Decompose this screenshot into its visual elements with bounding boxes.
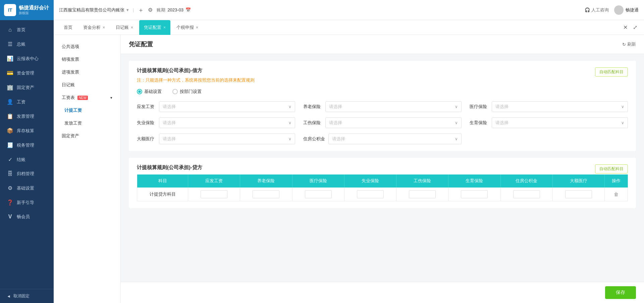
td-big-medical-input[interactable]	[552, 188, 604, 201]
sidebar-item-salary[interactable]: 👤 工资	[0, 95, 54, 109]
debit-section-notice: 注：只能选择一种方式，系统将按照您当前的选择来配置规则	[137, 77, 628, 83]
refresh-button[interactable]: ↻ 刷新	[622, 41, 636, 47]
maximize-tab-icon[interactable]: ⤢	[632, 23, 639, 32]
tab-journal-close[interactable]: ×	[131, 25, 133, 30]
pension-select[interactable]: 请选择 ∨	[325, 101, 462, 112]
table-header-row: 科目 应发工资 养老保险 医疗保险 失业保险 工伤保险 生育保险 住房公积金 大…	[137, 174, 628, 188]
reports-icon: 📊	[7, 55, 13, 62]
td-pension-input[interactable]	[240, 188, 292, 201]
app-logo: IT 畅捷通好会计 旗舰版	[0, 0, 54, 20]
table-row: 计提贷方科目 🗑	[137, 188, 628, 201]
housing-fund-select[interactable]: 请选择 ∨	[328, 134, 462, 144]
unemployment-select[interactable]: 请选择 ∨	[159, 117, 295, 128]
period-value: 2023-03	[167, 7, 183, 12]
content-area: 计提核算规则(公司承担)-借方 注：只能选择一种方式，系统将按照您当前的选择来配…	[121, 54, 644, 282]
credit-auto-match-button[interactable]: 自动匹配科目	[595, 164, 628, 173]
injury-select[interactable]: 请选择 ∨	[325, 117, 462, 128]
sidebar-item-invoice[interactable]: 📋 发票管理	[0, 109, 54, 123]
tab-voucher-config[interactable]: 凭证配置 ×	[139, 20, 170, 35]
add-account-button[interactable]: ＋	[138, 6, 144, 14]
sidebar-item-guide[interactable]: ❓ 新手引导	[0, 195, 54, 210]
tab-home[interactable]: 首页	[59, 20, 77, 35]
company-selector[interactable]: 江西服宝精品有限责任公司内账张 ▾	[59, 7, 129, 13]
footer-actions: 保存	[121, 282, 644, 303]
sidebar-item-inventory[interactable]: 📦 库存核算	[0, 123, 54, 138]
tab-voucher-label: 凭证配置	[144, 24, 161, 31]
logo-icon: IT	[4, 4, 16, 16]
sidebar-item-home[interactable]: ⌂ 首页	[0, 23, 54, 37]
funds-icon: 💳	[7, 70, 13, 76]
sidebar-item-vip[interactable]: V 畅会员	[0, 210, 54, 224]
menu-item-public[interactable]: 公共选项	[54, 40, 120, 53]
input-base-salary[interactable]	[201, 190, 227, 198]
td-delete[interactable]: 🗑	[605, 188, 628, 201]
input-maternity[interactable]	[461, 190, 488, 198]
menu-item-salary-calc[interactable]: 计提工资	[54, 104, 120, 117]
sidebar-item-ledger[interactable]: ☰ 总账	[0, 37, 54, 51]
td-maternity-input[interactable]	[448, 188, 500, 201]
medical-select[interactable]: 请选择 ∨	[492, 101, 628, 112]
tab-journal[interactable]: 日记账 ×	[111, 20, 138, 35]
delete-row-button[interactable]: 🗑	[614, 192, 619, 197]
tab-funds[interactable]: 资金分析 ×	[78, 20, 110, 35]
injury-arrow: ∨	[455, 120, 458, 125]
pension-placeholder: 请选择	[329, 104, 342, 110]
tab-tax-close[interactable]: ×	[196, 25, 198, 30]
sidebar-item-fixed-assets[interactable]: 🏢 固定资产	[0, 80, 54, 95]
input-medical[interactable]	[305, 190, 332, 198]
input-big-medical[interactable]	[565, 190, 592, 198]
save-button[interactable]: 保存	[605, 286, 636, 299]
tab-voucher-close[interactable]: ×	[163, 25, 166, 30]
debit-auto-match-button[interactable]: 自动匹配科目	[595, 67, 628, 77]
sidebar-item-funds[interactable]: 💳 资金管理	[0, 66, 54, 80]
vip-icon: V	[7, 214, 13, 220]
radio-basic-circle	[137, 89, 142, 94]
tab-tax[interactable]: 个税申报 ×	[172, 20, 203, 35]
input-unemployment[interactable]	[357, 190, 384, 198]
sidebar-item-reports[interactable]: 📊 云报表中心	[0, 51, 54, 66]
th-pension: 养老保险	[240, 174, 292, 188]
radio-dept[interactable]: 按部门设置	[172, 89, 202, 95]
td-medical-input[interactable]	[292, 188, 344, 201]
sidebar-item-tax[interactable]: 🧾 税务管理	[0, 138, 54, 152]
big-medical-select[interactable]: 请选择 ∨	[159, 134, 295, 144]
customer-service-button[interactable]: 🎧 人工咨询	[585, 7, 609, 13]
salary-icon: 👤	[7, 99, 13, 105]
injury-label: 工伤保险	[303, 120, 322, 126]
input-injury[interactable]	[409, 190, 436, 198]
td-unemployment-input[interactable]	[344, 188, 396, 201]
tab-funds-close[interactable]: ×	[103, 25, 105, 30]
td-housing-input[interactable]	[500, 188, 552, 201]
tabs-actions: ✕ ⤢	[622, 23, 639, 32]
th-base-salary: 应发工资	[188, 174, 240, 188]
cancel-fixed-button[interactable]: ◄ 取消固定	[0, 289, 54, 303]
sidebar-item-basic-settings[interactable]: ⚙ 基础设置	[0, 181, 54, 195]
sidebar-item-label: 工资	[17, 99, 25, 105]
right-content: 凭证配置 ↻ 刷新 计提核算规则(公司承担)-借方 注：只能选择一种方式，系统将…	[121, 35, 644, 303]
input-housing[interactable]	[513, 190, 540, 198]
sidebar-item-label: 新手引导	[17, 200, 34, 206]
settings-button[interactable]: ⚙	[148, 7, 153, 13]
menu-item-salary-pay[interactable]: 发放工资	[54, 117, 120, 130]
menu-item-salary-table[interactable]: 工资表 NEW ▾	[54, 91, 120, 104]
menu-item-fixed-assets[interactable]: 固定资产	[54, 130, 120, 142]
sidebar-item-archive[interactable]: 🗄 归档管理	[0, 167, 54, 181]
menu-item-fixed-assets-label: 固定资产	[62, 133, 79, 139]
page-content: 公共选项 销项发票 进项发票 日记账 工资表 NEW ▾ 计提工资 发放工资	[54, 35, 644, 303]
form-item-base-salary: 应发工资 请选择 ∨	[137, 101, 295, 112]
td-injury-input[interactable]	[396, 188, 448, 201]
menu-item-journal[interactable]: 日记账	[54, 79, 120, 91]
radio-basic[interactable]: 基础设置	[137, 89, 162, 95]
td-base-salary-input[interactable]	[188, 188, 240, 201]
user-menu[interactable]: 畅捷通	[614, 5, 639, 15]
form-item-pension: 养老保险 请选择 ∨	[303, 101, 462, 112]
base-salary-select[interactable]: 请选择 ∨	[159, 101, 295, 112]
input-pension[interactable]	[253, 190, 279, 198]
medical-label: 医疗保险	[470, 104, 488, 110]
sidebar-item-closing[interactable]: ✓ 结账	[0, 152, 54, 167]
calendar-icon[interactable]: 📅	[185, 7, 191, 12]
menu-item-sales-invoice[interactable]: 销项发票	[54, 53, 120, 66]
menu-item-purchase-invoice[interactable]: 进项发票	[54, 66, 120, 79]
maternity-select[interactable]: 请选择 ∨	[492, 117, 628, 128]
close-tab-icon[interactable]: ✕	[622, 23, 629, 32]
